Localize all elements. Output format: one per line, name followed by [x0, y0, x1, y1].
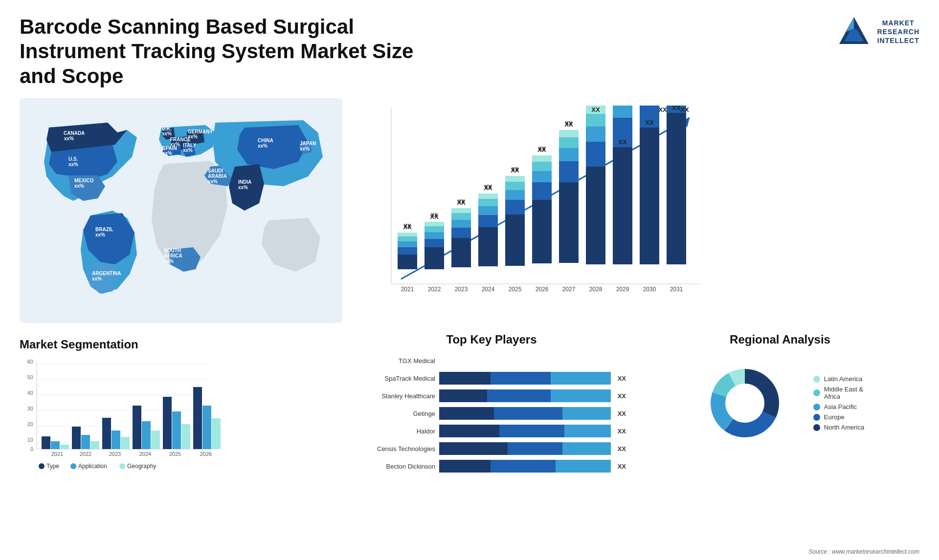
- svg-text:50: 50: [27, 374, 33, 380]
- svg-text:XX: XX: [618, 138, 627, 146]
- svg-rect-123: [72, 427, 81, 449]
- svg-text:2025: 2025: [169, 451, 181, 457]
- player-bar-seg: [556, 460, 610, 473]
- legend-northam: North America: [813, 424, 864, 431]
- svg-rect-127: [102, 418, 111, 449]
- svg-rect-42: [451, 208, 471, 213]
- svg-text:2030: 2030: [643, 286, 656, 293]
- regional-section: Regional Analysis: [641, 333, 919, 560]
- svg-rect-52: [505, 190, 525, 200]
- svg-rect-121: [60, 445, 69, 449]
- svg-rect-132: [142, 421, 151, 449]
- page-container: Barcode Scanning Based Surgical Instrume…: [0, 0, 939, 560]
- svg-point-154: [726, 385, 763, 422]
- player-row-spatrck: SpaTrack Medical XX: [357, 372, 626, 385]
- svg-rect-47: [478, 199, 498, 206]
- player-bar-seg: [562, 442, 610, 455]
- svg-text:2029: 2029: [616, 286, 629, 293]
- player-row-censis: Censis Technologies XX: [357, 442, 626, 455]
- key-players-section: Top Key Players TGX Medical SpaTrack Med…: [352, 333, 631, 560]
- svg-text:0: 0: [30, 446, 33, 452]
- svg-rect-62: [559, 182, 579, 263]
- svg-rect-128: [112, 431, 120, 449]
- player-bar-haldor: [439, 425, 611, 437]
- svg-text:XX: XX: [658, 106, 667, 113]
- logo-icon-svg: [837, 15, 871, 49]
- svg-rect-125: [90, 441, 99, 449]
- svg-rect-40: [451, 220, 471, 228]
- svg-text:Type: Type: [46, 463, 59, 470]
- player-name-haldor: Haldor: [357, 428, 435, 435]
- svg-rect-124: [81, 435, 90, 449]
- svg-rect-66: [559, 130, 579, 137]
- player-row-becton: Becton Dickinson XX: [357, 460, 626, 473]
- svg-rect-45: [478, 215, 498, 227]
- svg-text:2026: 2026: [200, 451, 212, 457]
- svg-rect-35: [425, 226, 444, 232]
- svg-rect-137: [181, 424, 190, 449]
- svg-text:Application: Application: [78, 463, 107, 470]
- svg-rect-32: [425, 247, 444, 269]
- legend-mea: Middle East &Africa: [813, 386, 864, 400]
- svg-text:XX: XX: [672, 104, 681, 111]
- svg-rect-76: [640, 128, 659, 264]
- svg-rect-50: [505, 215, 525, 266]
- svg-rect-39: [451, 228, 471, 238]
- header: Barcode Scanning Based Surgical Instrume…: [20, 15, 919, 88]
- player-bar-seg: [439, 407, 494, 420]
- legend-dot-latin: [813, 376, 820, 383]
- svg-rect-34: [425, 232, 444, 239]
- svg-rect-28: [398, 241, 417, 247]
- legend-apac: Asia Pacific: [813, 403, 864, 410]
- svg-text:XX: XX: [537, 146, 546, 153]
- svg-text:2027: 2027: [562, 286, 576, 293]
- svg-rect-60: [532, 155, 552, 162]
- svg-rect-71: [586, 114, 605, 127]
- donut-chart-svg: [696, 354, 794, 452]
- player-xx-censis: XX: [618, 445, 626, 452]
- regional-title: Regional Analysis: [646, 333, 915, 346]
- svg-text:2022: 2022: [428, 286, 441, 293]
- legend-label-apac: Asia Pacific: [824, 403, 857, 410]
- legend-label-northam: North America: [824, 424, 864, 431]
- svg-text:2023: 2023: [455, 286, 468, 293]
- svg-text:20: 20: [27, 421, 33, 427]
- segmentation-title: Market Segmentation: [20, 338, 342, 351]
- svg-rect-141: [212, 418, 221, 449]
- svg-text:30: 30: [27, 406, 33, 411]
- legend-label-europe: Europe: [824, 413, 845, 421]
- player-bar-getinge: [439, 407, 611, 420]
- player-bar-seg: [439, 372, 491, 385]
- player-name-getinge: Getinge: [357, 410, 435, 417]
- svg-rect-59: [532, 162, 552, 171]
- player-bar-seg: [494, 407, 562, 420]
- legend-label-mea: Middle East &Africa: [824, 386, 863, 400]
- player-bar-seg: [508, 442, 562, 455]
- svg-rect-131: [133, 406, 141, 449]
- svg-text:60: 60: [27, 359, 33, 365]
- svg-rect-56: [532, 200, 552, 263]
- player-name-censis: Censis Technologies: [357, 445, 435, 452]
- player-bar-seg: [439, 460, 491, 473]
- svg-rect-120: [51, 441, 60, 449]
- player-xx-spatrck: XX: [618, 375, 626, 382]
- segmentation-section: Market Segmentation 60 50 40 30 20 10 0: [20, 333, 342, 560]
- svg-rect-68: [586, 167, 605, 264]
- svg-rect-73: [613, 147, 632, 264]
- svg-rect-136: [172, 411, 181, 449]
- svg-rect-33: [425, 239, 444, 247]
- svg-text:2031: 2031: [670, 286, 683, 293]
- svg-point-147: [119, 463, 125, 469]
- legend-europe: Europe: [813, 413, 864, 421]
- svg-rect-133: [151, 431, 160, 449]
- segmentation-chart-svg: 60 50 40 30 20 10 0 2021: [20, 356, 225, 483]
- svg-rect-78: [667, 113, 686, 264]
- player-bar-seg: [551, 372, 611, 385]
- player-bar-stanley: [439, 389, 611, 402]
- svg-text:2025: 2025: [509, 286, 522, 293]
- svg-rect-26: [398, 255, 417, 269]
- player-row-haldor: Haldor XX: [357, 425, 626, 437]
- player-name-stanley: Stanley Healthcare: [357, 392, 435, 400]
- world-map-svg: CANADA xx% U.S. xx% MEXICO xx% BRAZIL xx…: [20, 98, 342, 323]
- svg-rect-70: [586, 127, 605, 142]
